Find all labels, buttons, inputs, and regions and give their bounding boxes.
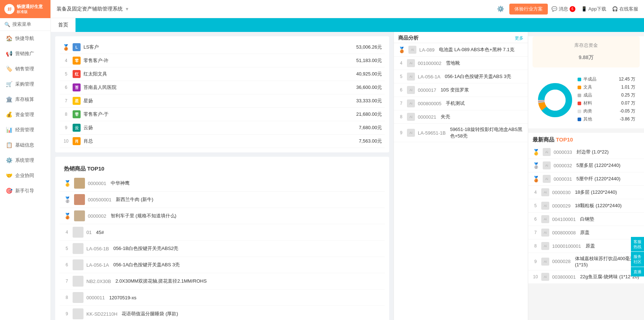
- rank-item-7: 7 星 星扬 33,333.00元: [60, 94, 385, 108]
- inv-num-4: 4: [398, 61, 404, 66]
- newest-products-title: 最新商品 TOP10: [528, 133, 644, 145]
- content-left: 🥉 L LS客户 53,006.26元 4 零 零售客户-许 51,183.00…: [51, 32, 394, 320]
- inv-num-8: 8: [398, 114, 404, 119]
- content-right: 库存总资金 9.88万: [528, 32, 644, 320]
- inv-num-5: 5: [398, 74, 404, 79]
- newest-code-4: 0000030: [552, 190, 571, 195]
- dropdown-icon[interactable]: ▼: [125, 7, 129, 12]
- newest-code-5: 0000029: [552, 203, 571, 209]
- sidebar-item-purchase[interactable]: 🛒 采购管理: [0, 77, 50, 92]
- rank-num-4: 4: [62, 58, 70, 63]
- hot-name-8: 12070519-xs: [109, 295, 380, 300]
- guide-icon: 🎯: [6, 188, 12, 194]
- legend-val-3: 0.25 万: [621, 92, 635, 98]
- newest-item-10: 10 Ai 003800001 22g鱼豆腐-烧烤味 (1*12*20): [528, 270, 644, 284]
- sidebar-item-inventory[interactable]: 🏛️ 库存核算: [0, 92, 50, 107]
- hot-name-1: 中华神鹰: [111, 180, 380, 186]
- rank-item-3: 🥉 L LS客户 53,006.26元: [60, 41, 385, 54]
- trial-button[interactable]: 体验行业方案: [509, 4, 548, 15]
- right-top-band: 库存总资金 9.88万: [528, 36, 644, 128]
- sidebar-item-system[interactable]: ⚙️ 系统管理: [0, 153, 50, 168]
- hot-img-7: [73, 276, 83, 287]
- donut-legend: 半成品 12.45 万 文具 1.01 万: [578, 76, 635, 124]
- sidebar-item-sales[interactable]: 🏷️ 销售管理: [0, 61, 50, 77]
- message-item[interactable]: 💬 消息 6: [551, 6, 575, 12]
- more-link[interactable]: 更多: [515, 35, 523, 41]
- medal-icon-3: 🥉: [62, 44, 70, 51]
- inv-name-5: 056-1A白色按键开关盖ABS 3壳: [445, 73, 523, 80]
- sidebar-item-operations[interactable]: 📊 经营管理: [0, 122, 50, 138]
- sidebar-item-basic-info[interactable]: 📋 基础信息: [0, 138, 50, 153]
- newest-medal-1: 🥇: [533, 149, 540, 156]
- phone-icon: 📱: [581, 6, 587, 12]
- newest-item-4: 4 Ai 0000030 18多层 (1220*2440): [528, 186, 644, 199]
- inv-item-6: 6 Ai 0000017 10S 变扭罗浆: [394, 83, 528, 97]
- newest-code-7: 000800008: [552, 230, 576, 235]
- hot-img-4: [73, 227, 83, 238]
- message-badge: 6: [570, 6, 575, 12]
- app-download-item[interactable]: 📱 App下载: [581, 6, 606, 12]
- inv-icon-6: Ai: [407, 86, 415, 94]
- rank-item-10: 10 肖 肖总 7,563.00元: [60, 135, 385, 148]
- inv-name-6: 10S 变扭罗浆: [441, 87, 523, 93]
- hot-img-2: [74, 194, 85, 205]
- hot-code-7: NB2.0X30B: [86, 279, 111, 284]
- newest-icon-9: Ai: [541, 258, 549, 266]
- float-btn-live[interactable]: 直播: [631, 267, 644, 276]
- float-btn-service[interactable]: 客服热线: [631, 237, 644, 252]
- search-menu[interactable]: 🔍 搜索菜单: [0, 18, 50, 31]
- newest-products-list: 🥇 Ai 0000033 封边带 (1.0*22) 🥈 Ai 0000032 5…: [528, 145, 644, 284]
- hot-img-6: [73, 259, 83, 270]
- hot-code-5: LA-056-1B: [86, 246, 109, 251]
- sidebar-item-enterprise[interactable]: 🤝 企业协同: [0, 168, 50, 183]
- customer-name-7: 云扬: [83, 124, 356, 131]
- customer-amount-3: 40,925.00元: [356, 71, 382, 77]
- rank-num-10: 10: [62, 139, 70, 144]
- sidebar-item-marketing[interactable]: 📢 营销推广: [0, 46, 50, 61]
- rank-num-5: 5: [62, 71, 70, 77]
- hot-code-3: 0000002: [88, 213, 106, 219]
- legend-name-1: 半成品: [583, 76, 596, 82]
- hot-name-7: 2.0X30MM双搓花轴,搓花直径2.1MM/ROHS: [115, 278, 380, 284]
- legend-item-3: 成品 0.25 万: [578, 92, 635, 98]
- donut-section: 库存资金占比 半成品 12.45 万: [533, 72, 640, 128]
- legend-item-2: 文具 1.01 万: [578, 84, 635, 90]
- warehouse-icon: 🏛️: [6, 96, 12, 103]
- settings-icon[interactable]: ⚙️: [497, 5, 504, 12]
- inv-item-5: 5 Ai LA-056-1A 056-1A白色按键开关盖ABS 3壳: [394, 70, 528, 83]
- customer-amount-1: 53,006.26元: [356, 44, 382, 50]
- customer-avatar-1: L: [73, 43, 81, 51]
- float-btn-community[interactable]: 服务社区: [631, 252, 644, 267]
- middle-inner: 商品分析 更多 🥉 Ai LA-089 电池盖 LA-089 ABS本色+黑种 …: [394, 32, 528, 142]
- hot-item-9: 9 KK-SD22110H 花语萌值温分腿睡袋 (厚款): [60, 306, 385, 320]
- inv-code-5: LA-056-1A: [418, 74, 440, 79]
- customer-rank-list: 🥉 L LS客户 53,006.26元 4 零 零售客户-许 51,183.00…: [60, 41, 385, 148]
- customer-name-2: 零售客户-许: [83, 57, 353, 64]
- customer-name-8: 肖总: [83, 138, 356, 144]
- hot-name-9: 花语萌值温分腿睡袋 (厚款): [122, 311, 380, 317]
- legend-dot-3: [578, 94, 581, 97]
- customer-amount-2: 51,183.00元: [356, 57, 382, 64]
- tab-home[interactable]: 首页: [51, 18, 76, 32]
- sidebar-item-quick-nav[interactable]: 🏠 快捷导航: [0, 31, 50, 46]
- newest-name-5: 18颗粒板 (1220*2440): [575, 202, 640, 209]
- inv-item-7: 7 Ai 000800005 手机测试: [394, 97, 528, 110]
- sidebar-item-guide[interactable]: 🎯 新手引导: [0, 183, 50, 198]
- rank-item-6: 6 苔 苔南县人民医院 36,600.00元: [60, 81, 385, 94]
- rank-item-9: 9 云 云扬 7,680.00元: [60, 121, 385, 135]
- nav-tabs: 首页: [51, 18, 644, 32]
- hot-item-3: 🥉 0000002 智利车子里 (规格不知道填什么): [60, 208, 385, 224]
- sidebar-item-finance[interactable]: 💰 资金管理: [0, 107, 50, 122]
- rank-item-5: 5 红 红太阳文具 40,925.00元: [60, 67, 385, 81]
- newest-code-10: 003800001: [552, 274, 576, 280]
- newest-icon-10: Ai: [541, 273, 549, 281]
- newest-name-1: 封边带 (1.0*22): [576, 149, 640, 155]
- rank-item-8: 8 零 零售客户-于 21,680.00元: [60, 108, 385, 121]
- legend-name-5: 肉类: [583, 108, 592, 114]
- hot-num-7: 7: [64, 279, 70, 284]
- sidebar: 好 畅捷通好生意 标准版 🔍 搜索菜单 🏠 快捷导航 📢 营销推广 🏷️ 销售管…: [0, 0, 51, 320]
- rank-item-4: 4 零 零售客户-许 51,183.00元: [60, 54, 385, 67]
- online-service-item[interactable]: 🎧 在线客服: [612, 6, 638, 12]
- rank-num-7: 7: [62, 98, 70, 103]
- newest-name-2: 5厘多层 (1220*2440): [576, 162, 640, 169]
